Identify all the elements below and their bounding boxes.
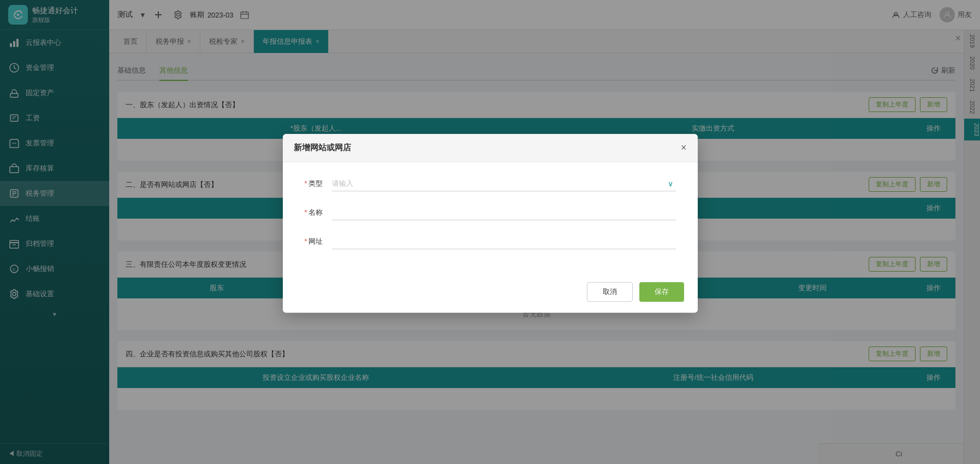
- name-label: *名称: [305, 208, 332, 218]
- modal-footer: 取消 保存: [283, 274, 698, 313]
- form-row-type: *类型 ∨: [305, 176, 676, 191]
- type-label: *类型: [305, 179, 332, 189]
- name-input[interactable]: [332, 205, 676, 220]
- type-input-wrap: ∨: [332, 176, 676, 191]
- form-row-name: *名称: [305, 205, 676, 220]
- form-row-url: *网址: [305, 234, 676, 249]
- modal-title: 新增网站或网店: [294, 143, 351, 153]
- url-input-wrap: [332, 234, 676, 249]
- type-input[interactable]: [332, 176, 676, 191]
- modal-header: 新增网站或网店 ×: [283, 134, 698, 162]
- name-input-wrap: [332, 205, 676, 220]
- add-website-modal: 新增网站或网店 × *类型 ∨ *名称 *网址: [283, 134, 698, 313]
- cancel-button[interactable]: 取消: [587, 282, 633, 302]
- save-button[interactable]: 保存: [639, 282, 684, 302]
- modal-body: *类型 ∨ *名称 *网址: [283, 162, 698, 274]
- url-input[interactable]: [332, 234, 676, 249]
- modal-close-button[interactable]: ×: [681, 143, 687, 152]
- url-label: *网址: [305, 237, 332, 246]
